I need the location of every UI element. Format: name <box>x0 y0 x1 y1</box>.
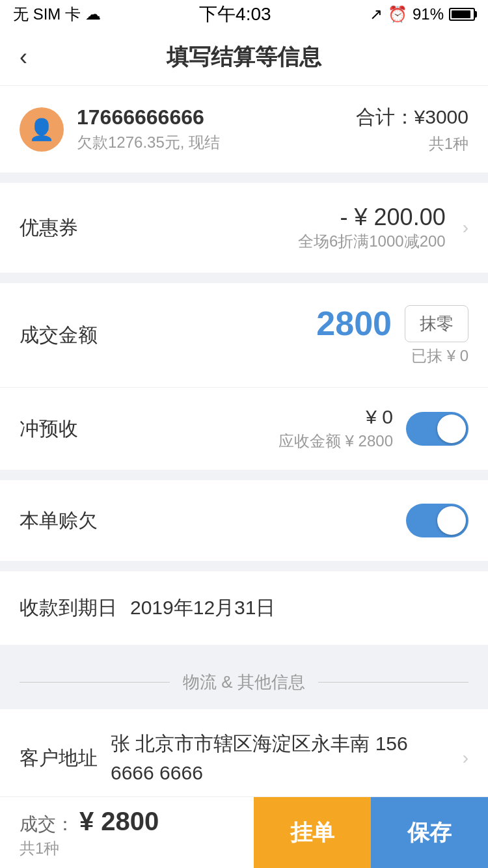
prepay-amounts: ¥ 0 应收金额 ¥ 2800 <box>278 406 393 452</box>
bottom-bar: 成交： ¥ 2800 共1种 挂单 保存 <box>0 796 488 868</box>
credit-section: 本单赊欠 <box>0 480 488 561</box>
save-button[interactable]: 保存 <box>371 797 488 869</box>
amount-sub: 已抹 ¥ 0 <box>411 346 468 366</box>
hang-button[interactable]: 挂单 <box>254 797 371 869</box>
bottom-amount: ¥ 2800 <box>79 807 159 836</box>
duedate-row: 收款到期日 2019年12月31日 <box>0 571 488 645</box>
credit-label: 本单赊欠 <box>20 508 98 534</box>
prepay-right: ¥ 0 应收金额 ¥ 2800 <box>278 406 468 452</box>
bottom-count: 共1种 <box>20 838 234 859</box>
credit-toggle[interactable] <box>406 504 468 537</box>
status-bar: 无 SIM 卡 ☁ 下午4:03 ↗ ⏰ 91% <box>0 0 488 29</box>
deal-label: 成交： <box>20 812 74 837</box>
address-value: 张 北京市市辖区海淀区永丰南 156 6666 6666 <box>111 729 456 787</box>
prepay-label: 冲预收 <box>20 416 78 442</box>
duedate-section: 收款到期日 2019年12月31日 <box>0 571 488 645</box>
location-icon: ↗ <box>370 5 383 23</box>
logistics-divider: 物流 & 其他信息 <box>0 655 488 709</box>
user-card: 👤 17666666666 欠款1276.35元, 现结 合计：¥3000 共1… <box>0 86 488 172</box>
duedate-label: 收款到期日 <box>20 595 117 621</box>
amount-value: 2800 <box>316 304 392 343</box>
divider-line-left <box>20 682 170 683</box>
user-total: 合计：¥3000 <box>356 104 468 131</box>
address-section: 客户地址 张 北京市市辖区海淀区永丰南 156 6666 6666 › <box>0 709 488 807</box>
coupon-row[interactable]: 优惠券 - ¥ 200.00 全场6折满1000减200 › <box>0 183 488 273</box>
status-left: 无 SIM 卡 ☁ <box>13 4 101 25</box>
prepay-toggle[interactable] <box>406 412 468 446</box>
user-info: 17666666666 欠款1276.35元, 现结 <box>77 105 220 153</box>
coupon-chevron-icon: › <box>463 217 468 238</box>
sim-label: 无 SIM 卡 ☁ <box>13 4 101 25</box>
user-phone: 17666666666 <box>77 105 220 129</box>
user-count: 共1种 <box>356 133 468 154</box>
user-sub-info: 欠款1276.35元, 现结 <box>77 132 220 153</box>
alarm-icon: ⏰ <box>388 5 407 23</box>
discount-sub: 全场6折满1000减200 <box>298 231 446 252</box>
address-row[interactable]: 客户地址 张 北京市市辖区海淀区永丰南 156 6666 6666 › <box>0 709 488 807</box>
amount-row: 成交金额 2800 抹零 已抹 ¥ 0 <box>0 283 488 388</box>
coupon-value-wrap: - ¥ 200.00 全场6折满1000减200 › <box>298 204 468 252</box>
avatar: 👤 <box>20 107 64 152</box>
status-right: ↗ ⏰ 91% <box>370 5 475 23</box>
prepay-amount: ¥ 0 <box>278 406 393 428</box>
battery-percent: 91% <box>413 5 444 23</box>
page-title: 填写结算等信息 <box>167 42 321 72</box>
content: 👤 17666666666 欠款1276.35元, 现结 合计：¥3000 共1… <box>0 86 488 868</box>
status-time: 下午4:03 <box>199 2 271 27</box>
coupon-section: 优惠券 - ¥ 200.00 全场6折满1000减200 › <box>0 183 488 273</box>
back-button[interactable]: ‹ <box>20 44 27 71</box>
prepay-row: 冲预收 ¥ 0 应收金额 ¥ 2800 <box>0 388 488 470</box>
prepay-sub: 应收金额 ¥ 2800 <box>278 431 393 452</box>
user-left: 👤 17666666666 欠款1276.35元, 现结 <box>20 105 220 153</box>
amount-value-wrap: 2800 抹零 <box>316 304 468 343</box>
divider-line-right <box>318 682 468 683</box>
address-label: 客户地址 <box>20 745 98 772</box>
discount-amount: - ¥ 200.00 <box>298 204 446 231</box>
credit-row: 本单赊欠 <box>0 480 488 561</box>
amount-label: 成交金额 <box>20 322 98 349</box>
round-button[interactable]: 抹零 <box>405 305 468 342</box>
duedate-value: 2019年12月31日 <box>130 595 275 621</box>
address-chevron-icon: › <box>463 748 468 768</box>
logistics-label: 物流 & 其他信息 <box>183 671 305 694</box>
avatar-icon: 👤 <box>29 117 55 142</box>
coupon-label: 优惠券 <box>20 215 78 241</box>
amount-section: 成交金额 2800 抹零 已抹 ¥ 0 冲预收 ¥ 0 应收金额 ¥ 2800 <box>0 283 488 470</box>
coupon-right: - ¥ 200.00 全场6折满1000减200 <box>298 204 446 252</box>
nav-bar: ‹ 填写结算等信息 <box>0 29 488 86</box>
bottom-info: 成交： ¥ 2800 共1种 <box>0 807 254 859</box>
battery-icon <box>449 8 475 21</box>
user-right: 合计：¥3000 共1种 <box>356 104 468 154</box>
